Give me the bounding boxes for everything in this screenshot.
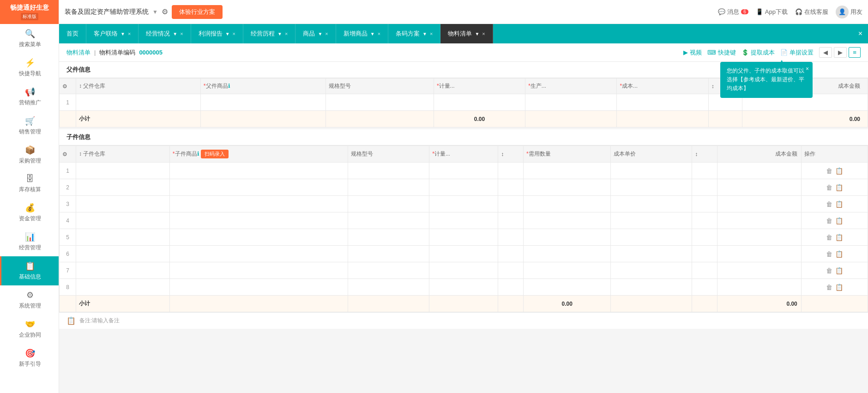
delete-icon[interactable]: 🗑 bbox=[826, 200, 832, 208]
child-warehouse-cell-1[interactable] bbox=[76, 163, 170, 179]
tab-close-icon[interactable]: × bbox=[233, 31, 235, 36]
child-quantity-cell-3[interactable] bbox=[524, 196, 611, 212]
app-download-button[interactable]: 📱 App下载 bbox=[756, 8, 788, 16]
tab-close-icon[interactable]: × bbox=[482, 31, 485, 36]
delete-icon[interactable]: 🗑 bbox=[826, 234, 832, 241]
tab-newproducts[interactable]: 新增商品 ▼ × bbox=[336, 24, 388, 43]
child-warehouse-cell-7[interactable] bbox=[76, 262, 170, 279]
child-quantity-cell-1[interactable] bbox=[524, 163, 611, 179]
tab-barcode[interactable]: 条码方案 ▼ × bbox=[388, 24, 440, 43]
copy-icon[interactable]: 📋 bbox=[835, 217, 843, 224]
child-quantity-cell-6[interactable] bbox=[524, 246, 611, 262]
settings-button[interactable]: 📄 单据设置 bbox=[780, 48, 814, 57]
tab-customers[interactable]: 客户联络 ▼ × bbox=[86, 24, 139, 43]
delete-icon[interactable]: 🗑 bbox=[826, 167, 832, 175]
cost-button[interactable]: 💲 提取成本 bbox=[741, 48, 775, 57]
sidebar-item-quicknav[interactable]: ⚡ 快捷导航 bbox=[0, 53, 59, 82]
breadcrumb-home[interactable]: 物料清单 bbox=[66, 48, 90, 57]
prev-button[interactable]: ◀ bbox=[819, 47, 832, 58]
copy-icon[interactable]: 📋 bbox=[835, 234, 843, 241]
online-service-button[interactable]: 🎧 在线客服 bbox=[795, 8, 828, 16]
notes-placeholder[interactable]: 备注:请输入备注 bbox=[79, 317, 120, 325]
child-quantity-cell-7[interactable] bbox=[524, 262, 611, 279]
sidebar-item-guide[interactable]: 🎯 新手引导 bbox=[0, 344, 59, 373]
delete-icon[interactable]: 🗑 bbox=[826, 267, 832, 274]
parent-col-gear[interactable]: ⚙ bbox=[60, 79, 76, 94]
sidebar-item-system[interactable]: ⚙ 系统管理 bbox=[0, 285, 59, 314]
copy-icon[interactable]: 📋 bbox=[835, 167, 843, 175]
tab-close-icon[interactable]: × bbox=[378, 31, 380, 36]
parent-product-cell[interactable] bbox=[200, 94, 326, 111]
tab-home[interactable]: 首页 bbox=[59, 24, 86, 43]
tab-close-icon[interactable]: × bbox=[285, 31, 288, 36]
parent-spec-cell[interactable] bbox=[326, 94, 434, 111]
shortcut-button[interactable]: ⌨ 快捷键 bbox=[707, 48, 736, 57]
tab-close-icon[interactable]: × bbox=[430, 31, 433, 36]
child-unitcost-cell-1[interactable] bbox=[611, 163, 692, 179]
child-unitcost-cell-5[interactable] bbox=[611, 229, 692, 246]
close-all-tabs-button[interactable]: × bbox=[853, 30, 868, 38]
tab-close-icon[interactable]: × bbox=[180, 31, 183, 36]
sidebar-item-search[interactable]: 🔍 搜索菜单 bbox=[0, 24, 59, 53]
child-product-cell-1[interactable] bbox=[169, 163, 348, 179]
delete-icon[interactable]: 🗑 bbox=[826, 250, 832, 258]
child-spec-cell-4[interactable] bbox=[348, 212, 429, 229]
child-unit-cell-3[interactable] bbox=[429, 196, 498, 212]
child-unit-cell-1[interactable] bbox=[429, 163, 498, 179]
parent-production-cell[interactable] bbox=[525, 94, 617, 111]
tab-close-icon[interactable]: × bbox=[325, 31, 328, 36]
child-unitcost-cell-3[interactable] bbox=[611, 196, 692, 212]
child-spec-cell-5[interactable] bbox=[348, 229, 429, 246]
child-warehouse-cell-3[interactable] bbox=[76, 196, 170, 212]
list-view-button[interactable]: ≡ bbox=[849, 47, 861, 58]
child-unit-cell-5[interactable] bbox=[429, 229, 498, 246]
copy-icon[interactable]: 📋 bbox=[835, 250, 843, 258]
child-unit-cell-8[interactable] bbox=[429, 279, 498, 296]
sidebar-item-purchase[interactable]: 📦 采购管理 bbox=[0, 140, 59, 169]
child-product-cell-2[interactable] bbox=[169, 179, 348, 196]
child-warehouse-cell-4[interactable] bbox=[76, 212, 170, 229]
child-unit-cell-7[interactable] bbox=[429, 262, 498, 279]
child-unitcost-cell-2[interactable] bbox=[611, 179, 692, 196]
child-warehouse-cell-2[interactable] bbox=[76, 179, 170, 196]
delete-icon[interactable]: 🗑 bbox=[826, 284, 832, 291]
delete-icon[interactable]: 🗑 bbox=[826, 184, 832, 191]
sidebar-item-basicinfo[interactable]: 📋 基础信息 bbox=[0, 256, 59, 285]
user-profile-button[interactable]: 👤 用友 bbox=[836, 6, 862, 18]
copy-icon[interactable]: 📋 bbox=[835, 267, 843, 274]
message-button[interactable]: 💬 消息 6 bbox=[718, 8, 748, 16]
scan-input-button[interactable]: 扫码录入 bbox=[201, 150, 229, 158]
sidebar-item-operations[interactable]: 📊 经营管理 bbox=[0, 227, 59, 256]
child-unit-cell-2[interactable] bbox=[429, 179, 498, 196]
tab-profit[interactable]: 利润报告 ▼ × bbox=[191, 24, 243, 43]
tab-history[interactable]: 经营历程 ▼ × bbox=[243, 24, 295, 43]
sidebar-item-finance[interactable]: 💰 资金管理 bbox=[0, 198, 59, 227]
child-product-cell-7[interactable] bbox=[169, 262, 348, 279]
app-logo[interactable]: 畅捷通好生意 标准版 bbox=[0, 0, 59, 24]
tab-products[interactable]: 商品 ▼ × bbox=[295, 24, 336, 43]
parent-unit-cell[interactable] bbox=[434, 94, 525, 111]
child-product-cell-4[interactable] bbox=[169, 212, 348, 229]
sidebar-item-sales[interactable]: 🛒 销售管理 bbox=[0, 111, 59, 140]
tab-operations[interactable]: 经营情况 ▼ × bbox=[139, 24, 191, 43]
sidebar-item-marketing[interactable]: 📢 营销推广 bbox=[0, 82, 59, 111]
child-product-cell-3[interactable] bbox=[169, 196, 348, 212]
child-warehouse-cell-5[interactable] bbox=[76, 229, 170, 246]
sidebar-item-collab[interactable]: 🤝 企业协同 bbox=[0, 314, 59, 344]
child-unitcost-cell-4[interactable] bbox=[611, 212, 692, 229]
trial-button[interactable]: 体验行业方案 bbox=[172, 5, 223, 19]
child-spec-cell-8[interactable] bbox=[348, 279, 429, 296]
parent-warehouse-cell[interactable] bbox=[76, 94, 201, 111]
child-unitcost-cell-7[interactable] bbox=[611, 262, 692, 279]
video-button[interactable]: ▶ 视频 bbox=[683, 48, 702, 57]
child-unitcost-cell-6[interactable] bbox=[611, 246, 692, 262]
child-spec-cell-3[interactable] bbox=[348, 196, 429, 212]
copy-icon[interactable]: 📋 bbox=[835, 284, 843, 291]
child-product-cell-8[interactable] bbox=[169, 279, 348, 296]
dropdown-arrow-icon[interactable]: ▼ bbox=[152, 9, 158, 15]
child-product-cell-5[interactable] bbox=[169, 229, 348, 246]
child-quantity-cell-2[interactable] bbox=[524, 179, 611, 196]
delete-icon[interactable]: 🗑 bbox=[826, 217, 832, 224]
child-unitcost-cell-8[interactable] bbox=[611, 279, 692, 296]
child-warehouse-cell-6[interactable] bbox=[76, 246, 170, 262]
